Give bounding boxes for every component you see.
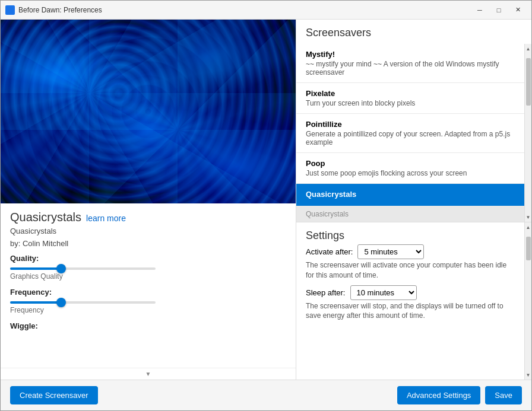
scroll-down-button[interactable]: ▼: [525, 212, 531, 222]
left-settings: Quasicrystals learn more Quasicrystals b…: [1, 203, 296, 368]
activate-help: The screensaver will activate once your …: [306, 260, 515, 281]
scroll-thumb[interactable]: [526, 58, 531, 106]
quality-slider-thumb[interactable]: [56, 264, 66, 273]
settings-scroll-thumb[interactable]: [526, 237, 531, 260]
settings-content: Settings Activate after: 1 minute 2 minu…: [296, 222, 524, 380]
quality-setting: Quality: Graphics Quality: [10, 254, 286, 281]
ss-item-desc: Just some poop emojis flocking across yo…: [306, 169, 515, 177]
learn-more-link[interactable]: learn more: [86, 214, 126, 223]
frequency-setting: Frequency: Frequency: [10, 288, 286, 314]
advanced-settings-button[interactable]: Advanced Settings: [397, 386, 480, 404]
wiggle-label: Wiggle:: [10, 321, 286, 330]
footer: Create Screensaver Advanced Settings Sav…: [1, 380, 531, 410]
quality-label: Quality:: [10, 254, 286, 263]
sleep-help: The screensaver will stop, and the displ…: [306, 301, 515, 321]
footer-left: Create Screensaver: [10, 386, 392, 404]
minimize-button[interactable]: ─: [471, 4, 489, 16]
frequency-label: Frequency:: [10, 288, 286, 297]
activate-select[interactable]: 1 minute 2 minutes 5 minutes 10 minutes …: [357, 244, 424, 259]
activate-after-row: Activate after: 1 minute 2 minutes 5 min…: [306, 244, 515, 259]
screensaver-subtitle: Quasicrystals: [10, 227, 286, 235]
ss-item-poop[interactable]: Poop Just some poop emojis flocking acro…: [296, 153, 524, 184]
scroll-down-arrow: ▼: [145, 371, 151, 377]
activate-label: Activate after:: [306, 247, 353, 256]
main-window: Before Dawn: Preferences ─ □ ✕ Quasicrys…: [0, 0, 532, 411]
ss-item-quasicrystals[interactable]: Quasicrystals: [296, 184, 524, 206]
sleep-select[interactable]: 5 minutes 10 minutes 15 minutes 30 minut…: [350, 285, 417, 300]
screensaver-list[interactable]: Mystify! ~~ mystify your mind ~~ A versi…: [296, 44, 524, 222]
ss-item-desc: ~~ mystify your mind ~~ A version of the…: [306, 60, 515, 77]
right-panel: Screensavers Mystify! ~~ mystify your mi…: [296, 20, 531, 380]
window-controls: ─ □ ✕: [471, 4, 527, 16]
ss-item-name: Quasicrystals: [306, 190, 515, 199]
settings-inner: Settings Activate after: 1 minute 2 minu…: [296, 222, 524, 333]
screensavers-list-wrapper: Mystify! ~~ mystify your mind ~~ A versi…: [296, 44, 531, 222]
preview-overlay: [1, 20, 296, 203]
frequency-slider-thumb[interactable]: [56, 298, 66, 307]
screensavers-title: Screensavers: [296, 20, 531, 44]
screensaver-title: Quasicrystals: [10, 211, 81, 224]
settings-scroll-track: [525, 232, 531, 370]
ss-item-desc: Generate a pointillized copy of your scr…: [306, 130, 515, 146]
ss-item-pixelate[interactable]: Pixelate Turn your screen into blocky pi…: [296, 83, 524, 114]
settings-scrollbar[interactable]: ▲ ▼: [524, 222, 531, 380]
author-line: by: Colin Mitchell: [10, 239, 286, 248]
sleep-label: Sleep after:: [306, 288, 346, 297]
settings-area: Settings Activate after: 1 minute 2 minu…: [296, 222, 531, 380]
title-bar: Before Dawn: Preferences ─ □ ✕: [1, 1, 531, 20]
main-content: Quasicrystals learn more Quasicrystals b…: [1, 20, 531, 380]
settings-title: Settings: [306, 230, 515, 242]
left-panel: Quasicrystals learn more Quasicrystals b…: [1, 20, 296, 380]
ss-item-desc: Turn your screen into blocky pixels: [306, 99, 515, 107]
list-scrollbar[interactable]: ▲ ▼: [524, 44, 531, 222]
ss-item-name: Pixelate: [306, 89, 515, 98]
left-scroll-down[interactable]: ▼: [1, 368, 296, 380]
scroll-up-button[interactable]: ▲: [525, 44, 531, 53]
ss-item-partial-text: Quasicrystals: [306, 210, 515, 219]
quality-slider-track[interactable]: [10, 267, 156, 270]
preview-area: [1, 20, 296, 203]
close-button[interactable]: ✕: [509, 4, 527, 16]
ss-item-name: Poop: [306, 159, 515, 168]
frequency-slider-fill: [10, 301, 61, 304]
quality-desc: Graphics Quality: [10, 272, 286, 281]
ss-item-partial[interactable]: Quasicrystals: [296, 206, 524, 222]
sleep-after-row: Sleep after: 5 minutes 10 minutes 15 min…: [306, 285, 515, 300]
ss-item-name: Pointillize: [306, 120, 515, 129]
app-icon: [5, 5, 15, 15]
screensavers-section: Screensavers Mystify! ~~ mystify your mi…: [296, 20, 531, 222]
settings-scroll-up[interactable]: ▲: [525, 222, 531, 232]
scroll-track: [525, 53, 531, 212]
frequency-desc: Frequency: [10, 306, 286, 314]
ss-item-name: Mystify!: [306, 50, 515, 59]
quality-slider-fill: [10, 267, 61, 270]
settings-scroll-down[interactable]: ▼: [525, 370, 531, 380]
maximize-button[interactable]: □: [490, 4, 508, 16]
save-button[interactable]: Save: [485, 386, 522, 404]
create-screensaver-button[interactable]: Create Screensaver: [10, 386, 98, 404]
wiggle-setting: Wiggle:: [10, 321, 286, 330]
screensaver-header: Quasicrystals learn more: [10, 211, 286, 224]
ss-item-pointillize[interactable]: Pointillize Generate a pointillized copy…: [296, 114, 524, 153]
preview-canvas: [1, 20, 296, 203]
frequency-slider-track[interactable]: [10, 301, 156, 304]
screensaver-list-inner: Mystify! ~~ mystify your mind ~~ A versi…: [296, 44, 524, 222]
window-title: Before Dawn: Preferences: [18, 6, 471, 14]
ss-item-mystify[interactable]: Mystify! ~~ mystify your mind ~~ A versi…: [296, 44, 524, 83]
